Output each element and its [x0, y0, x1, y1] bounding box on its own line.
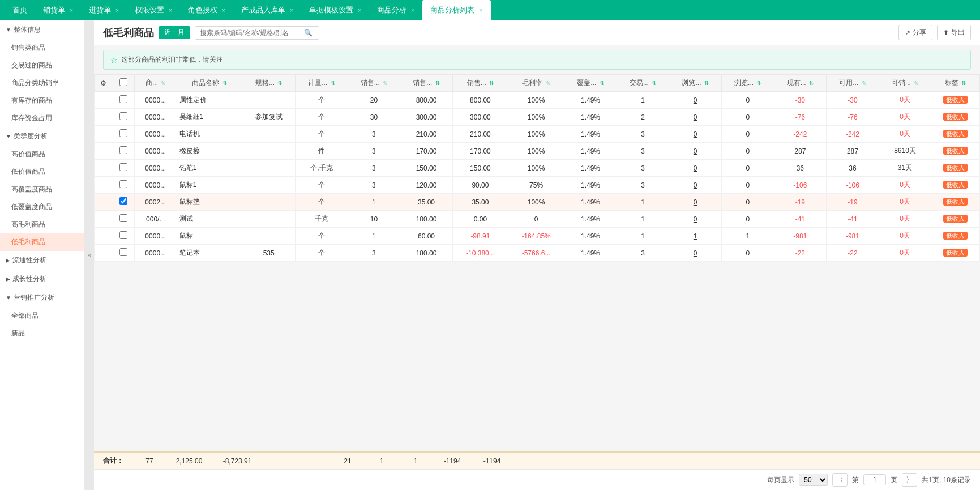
nav-template-settings[interactable]: 单据模板设置 ×	[301, 0, 369, 20]
view1-link[interactable]: 0	[694, 198, 697, 206]
row-checkbox[interactable]	[119, 112, 127, 120]
sidebar-section-growth[interactable]: ▶ 成长性分析	[0, 270, 84, 288]
cell-checkbox[interactable]	[113, 245, 134, 262]
view1-link[interactable]: 0	[694, 96, 697, 104]
view1-link[interactable]: 0	[694, 130, 697, 138]
per-page-select[interactable]: 50 100 200	[799, 474, 828, 486]
nav-roles[interactable]: 角色授权 ×	[180, 0, 233, 20]
nav-product-analysis-list[interactable]: 商品分析列表 ×	[422, 0, 490, 20]
cell-view1[interactable]: 0	[669, 177, 722, 194]
search-input[interactable]	[200, 29, 302, 37]
cell-view1[interactable]: 0	[669, 109, 722, 126]
search-box[interactable]: 🔍	[195, 26, 319, 40]
sidebar-item-traded-goods[interactable]: 交易过的商品	[0, 57, 84, 74]
cell-view1[interactable]: 0	[669, 126, 722, 143]
nav-product-entry[interactable]: 产成品入库单 ×	[233, 0, 301, 20]
col-spec[interactable]: 规格... ⇅	[242, 75, 296, 92]
share-button[interactable]: ↗ 分享	[898, 25, 932, 40]
cell-checkbox[interactable]	[113, 143, 134, 160]
col-sale-qty[interactable]: 销售... ⇅	[348, 75, 400, 92]
sidebar-item-stocked-goods[interactable]: 有库存的商品	[0, 92, 84, 109]
row-checkbox[interactable]	[119, 129, 127, 137]
view1-link[interactable]: 0	[694, 215, 697, 223]
cell-checkbox[interactable]	[113, 126, 134, 143]
cell-view1[interactable]: 0	[669, 211, 722, 228]
col-current-stock[interactable]: 现有... ⇅	[774, 75, 827, 92]
row-checkbox[interactable]	[119, 214, 127, 222]
sidebar-section-cluster[interactable]: ▼ 类群度分析	[0, 127, 84, 146]
export-button[interactable]: ⬆ 导出	[937, 25, 971, 40]
view1-link[interactable]: 0	[694, 249, 697, 257]
cell-checkbox[interactable]	[113, 177, 134, 194]
view1-link[interactable]: 0	[694, 164, 697, 172]
col-available[interactable]: 可用... ⇅	[827, 75, 879, 92]
select-all-checkbox[interactable]	[119, 78, 127, 86]
nav-home[interactable]: 首页	[5, 0, 35, 20]
row-checkbox[interactable]	[119, 231, 127, 239]
sidebar-item-high-margin[interactable]: 高毛利商品	[0, 216, 84, 233]
nav-product-analysis[interactable]: 商品分析 ×	[369, 0, 422, 20]
col-sale-amount[interactable]: 销售... ⇅	[452, 75, 508, 92]
view1-link[interactable]: 1	[694, 232, 697, 240]
cell-view1[interactable]: 0	[669, 245, 722, 262]
cell-checkbox[interactable]	[113, 92, 134, 109]
sidebar-item-stock-capital[interactable]: 库存资金占用	[0, 109, 84, 127]
col-view1[interactable]: 浏览... ⇅	[669, 75, 722, 92]
col-sale-price[interactable]: 销售... ⇅	[400, 75, 453, 92]
next-page-button[interactable]: 〉	[902, 473, 917, 487]
sidebar-item-high-coverage[interactable]: 高覆盖度商品	[0, 181, 84, 198]
sidebar-section-liquidity[interactable]: ▶ 流通性分析	[0, 251, 84, 270]
cell-checkbox[interactable]	[113, 194, 134, 211]
col-name[interactable]: 商品名称 ⇅	[177, 75, 242, 92]
sidebar-item-all-goods[interactable]: 全部商品	[0, 307, 84, 325]
nav-sales[interactable]: 销货单 ×	[35, 0, 81, 20]
row-checkbox[interactable]	[119, 197, 127, 205]
col-view2[interactable]: 浏览... ⇅	[721, 75, 774, 92]
nav-purchase[interactable]: 进货单 ×	[81, 0, 127, 20]
sidebar-item-sales-goods[interactable]: 销售类商品	[0, 39, 84, 57]
view1-link[interactable]: 0	[694, 147, 697, 155]
sidebar-collapse-button[interactable]: «	[85, 20, 94, 490]
row-checkbox[interactable]	[119, 95, 127, 103]
sidebar-item-category-rate[interactable]: 商品分类助销率	[0, 74, 84, 92]
close-icon[interactable]: ×	[479, 7, 482, 14]
col-checkbox[interactable]	[113, 75, 134, 92]
row-checkbox[interactable]	[119, 180, 127, 188]
cell-view1[interactable]: 0	[669, 194, 722, 211]
col-settings[interactable]: ⚙	[95, 75, 113, 92]
sidebar-section-overview[interactable]: ▼ 整体信息	[0, 20, 84, 39]
sidebar-section-marketing[interactable]: ▼ 营销推广分析	[0, 288, 84, 307]
search-icon[interactable]: 🔍	[304, 29, 313, 37]
close-icon[interactable]: ×	[411, 7, 414, 14]
nav-permissions[interactable]: 权限设置 ×	[127, 0, 180, 20]
sidebar-item-low-coverage[interactable]: 低覆盖度商品	[0, 198, 84, 216]
cell-checkbox[interactable]	[113, 211, 134, 228]
close-icon[interactable]: ×	[169, 7, 172, 14]
close-icon[interactable]: ×	[115, 7, 119, 14]
view1-link[interactable]: 0	[694, 181, 697, 189]
page-number-input[interactable]	[863, 474, 886, 485]
prev-page-button[interactable]: 〈	[832, 473, 848, 487]
cell-view1[interactable]: 1	[669, 228, 722, 245]
row-checkbox[interactable]	[119, 146, 127, 154]
sidebar-item-low-value[interactable]: 低价值商品	[0, 163, 84, 181]
col-trade-count[interactable]: 交易... ⇅	[617, 75, 669, 92]
col-gross-rate[interactable]: 毛利率 ⇅	[508, 75, 564, 92]
cell-view1[interactable]: 0	[669, 160, 722, 177]
row-checkbox[interactable]	[119, 248, 127, 256]
cell-checkbox[interactable]	[113, 109, 134, 126]
close-icon[interactable]: ×	[70, 7, 73, 14]
filter-button[interactable]: 近一月	[159, 26, 190, 39]
view1-link[interactable]: 0	[694, 113, 697, 121]
cell-checkbox[interactable]	[113, 160, 134, 177]
col-tag[interactable]: 标签 ⇅	[931, 75, 980, 92]
sidebar-item-low-margin[interactable]: 低毛利商品	[0, 233, 84, 251]
col-cover-rate[interactable]: 覆盖... ⇅	[564, 75, 617, 92]
close-icon[interactable]: ×	[290, 7, 293, 14]
sidebar-item-high-value[interactable]: 高价值商品	[0, 146, 84, 163]
row-checkbox[interactable]	[119, 163, 127, 171]
settings-icon[interactable]: ⚙	[100, 79, 106, 87]
sidebar-item-new-goods[interactable]: 新品	[0, 325, 84, 342]
col-saleable[interactable]: 可销... ⇅	[879, 75, 931, 92]
close-icon[interactable]: ×	[358, 7, 361, 14]
